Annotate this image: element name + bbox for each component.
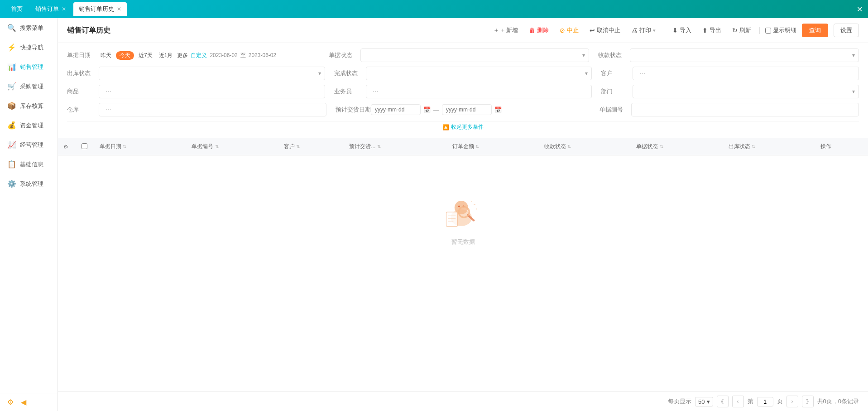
collapse-link[interactable]: 🔼 收起更多条件 — [67, 121, 859, 133]
salesperson-ellipsis[interactable]: ··· — [373, 87, 379, 96]
prev-page-button[interactable]: ‹ — [732, 396, 744, 407]
print-button[interactable]: 🖨 打印 ▾ — [628, 24, 658, 36]
salesperson-field[interactable]: ··· — [366, 85, 592, 98]
date-today-badge[interactable]: 今天 — [116, 51, 134, 60]
empty-state: 暂无数据 — [58, 155, 868, 282]
sidebar-item-fund-mgmt-label: 资金管理 — [20, 121, 43, 130]
complete-status-select[interactable]: ▾ — [366, 67, 592, 80]
sidebar-item-purchase-mgmt[interactable]: 🛒 采购管理 — [0, 77, 58, 96]
sidebar-collapse-icon[interactable]: ◀ — [21, 398, 26, 406]
page-title-row: 销售订单历史 ＋ + 新增 🗑 删除 ⊘ 中止 ↩ — [67, 24, 859, 37]
order-number-field[interactable] — [631, 103, 859, 116]
sales-mgmt-icon: 📊 — [7, 63, 16, 71]
close-icon[interactable]: ✕ — [857, 5, 863, 14]
per-page-select[interactable]: 50 ▾ — [695, 397, 713, 406]
per-page-chevron: ▾ — [707, 398, 710, 405]
sidebar-item-sales-mgmt[interactable]: 📊 销售管理 — [0, 57, 58, 77]
settings-button[interactable]: 设置 — [834, 24, 859, 37]
th-actions-label: 操作 — [820, 143, 831, 150]
check-all[interactable] — [82, 143, 87, 149]
tab-sales-order-close[interactable]: ✕ — [62, 6, 66, 12]
date-from-text: 2023-06-02 — [210, 52, 237, 58]
tab-home-label: 首页 — [11, 5, 23, 13]
date-yesterday[interactable]: 昨天 — [99, 51, 113, 60]
order-status-select[interactable]: ▾ — [360, 48, 590, 62]
delivery-calendar-icon-1[interactable]: 📅 — [423, 106, 431, 113]
table-area: ⚙ 单据日期 ⇅ 单据编号 ⇅ — [58, 138, 868, 392]
th-order-status-sort[interactable]: ⇅ — [660, 144, 663, 149]
next-page-button[interactable]: › — [786, 396, 798, 407]
svg-point-10 — [474, 204, 475, 205]
payment-status-chevron: ▾ — [852, 52, 855, 58]
th-check[interactable] — [76, 138, 94, 155]
delivery-date-from[interactable] — [371, 104, 421, 115]
payment-status-select[interactable]: ▾ — [630, 48, 859, 62]
page-input[interactable] — [757, 397, 773, 406]
payment-status-label: 收款状态 — [598, 51, 630, 59]
th-order-status-label: 单据状态 — [636, 143, 658, 150]
th-settings[interactable]: ⚙ — [58, 138, 76, 155]
sidebar-item-inventory-calc[interactable]: 📦 库存核算 — [0, 96, 58, 116]
customer-ellipsis[interactable]: ··· — [639, 69, 645, 77]
sidebar-item-fund-mgmt[interactable]: 💰 资金管理 — [0, 116, 58, 135]
cancel-stop-button[interactable]: ↩ 取消中止 — [587, 24, 623, 36]
display-details-input[interactable] — [765, 28, 771, 34]
tab-home[interactable]: 首页 — [5, 2, 28, 16]
sidebar-item-quick-nav[interactable]: ⚡ 快捷导航 — [0, 38, 58, 57]
th-date-sort[interactable]: ⇅ — [123, 144, 126, 149]
product-label: 商品 — [67, 87, 99, 96]
content-area: 销售订单历史 ＋ + 新增 🗑 删除 ⊘ 中止 ↩ — [58, 18, 868, 411]
stop-button[interactable]: ⊘ 中止 — [557, 24, 581, 36]
basic-info-icon: 📋 — [7, 160, 16, 169]
sidebar-item-search-menu[interactable]: 🔍 搜索菜单 — [0, 18, 58, 38]
th-payment-status-sort[interactable]: ⇅ — [567, 144, 571, 149]
date-last7[interactable]: 近7天 — [137, 51, 154, 60]
th-customer-label: 客户 — [284, 143, 295, 150]
order-number-label: 单据编号 — [599, 106, 631, 114]
stock-out-select[interactable]: ▾ — [99, 67, 325, 80]
product-field[interactable]: ··· — [99, 85, 325, 98]
new-button[interactable]: ＋ + 新增 — [490, 24, 521, 36]
new-label: + 新增 — [501, 26, 518, 34]
date-more[interactable]: 更多 — [177, 52, 188, 59]
th-expected-delivery: 预计交货... ⇅ — [344, 138, 447, 155]
export-button[interactable]: ⬆ 导出 — [700, 24, 724, 36]
department-select[interactable]: ▾ — [633, 85, 859, 98]
th-order-amount: 订单金额 ⇅ — [447, 138, 539, 155]
delivery-dash: — — [433, 106, 439, 113]
query-button[interactable]: 查询 — [802, 24, 828, 37]
th-customer-sort[interactable]: ⇅ — [296, 144, 300, 149]
customer-field[interactable]: ··· — [633, 67, 859, 80]
last-page-button[interactable]: ⟫ — [802, 396, 814, 407]
order-status-label: 单据状态 — [329, 51, 360, 59]
warehouse-field[interactable]: ··· — [99, 103, 326, 116]
delete-button[interactable]: 🗑 删除 — [526, 24, 551, 36]
delivery-calendar-icon-2[interactable]: 📅 — [494, 106, 502, 113]
tab-sales-order-history[interactable]: 销售订单历史 ✕ — [73, 2, 127, 16]
product-ellipsis[interactable]: ··· — [106, 87, 111, 96]
th-stock-out-status-sort[interactable]: ⇅ — [752, 144, 755, 149]
th-order-amount-sort[interactable]: ⇅ — [475, 144, 479, 149]
tab-sales-order[interactable]: 销售订单 ✕ — [30, 2, 72, 16]
refresh-button[interactable]: ↻ 刷新 — [729, 24, 754, 36]
display-details-checkbox[interactable]: 显示明细 — [765, 26, 796, 34]
sidebar-item-basic-info[interactable]: 📋 基础信息 — [0, 155, 58, 174]
th-payment-status-label: 收款状态 — [544, 143, 566, 150]
sidebar-item-ops-mgmt-label: 经营管理 — [20, 141, 43, 149]
sidebar-item-ops-mgmt[interactable]: 📈 经营管理 — [0, 135, 58, 155]
ops-mgmt-icon: 📈 — [7, 140, 16, 149]
delivery-date-to[interactable] — [442, 104, 492, 115]
date-custom[interactable]: 自定义 — [191, 52, 207, 59]
table-settings-icon[interactable]: ⚙ — [63, 144, 68, 150]
cancel-stop-label: 取消中止 — [597, 26, 620, 34]
import-button[interactable]: ⬇ 导入 — [670, 24, 694, 36]
th-expected-delivery-sort[interactable]: ⇅ — [377, 144, 381, 149]
fund-mgmt-icon: 💰 — [7, 121, 16, 130]
sidebar-settings-icon[interactable]: ⚙ — [7, 398, 14, 406]
sidebar-item-sys-mgmt[interactable]: ⚙️ 系统管理 — [0, 174, 58, 193]
first-page-button[interactable]: ⟪ — [717, 396, 729, 407]
date-last-month[interactable]: 近1月 — [157, 51, 175, 60]
warehouse-ellipsis[interactable]: ··· — [106, 106, 111, 114]
tab-sales-order-history-close[interactable]: ✕ — [117, 6, 121, 12]
th-number-sort[interactable]: ⇅ — [215, 144, 219, 149]
